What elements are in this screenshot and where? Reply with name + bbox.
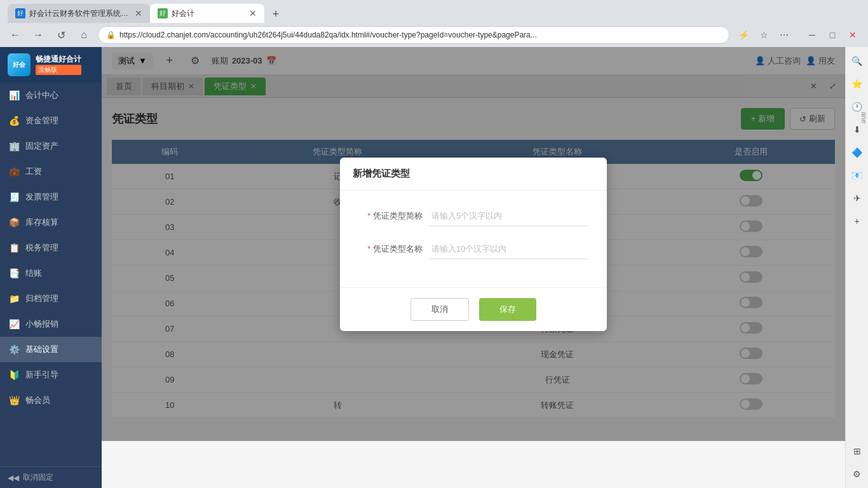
right-grid-button[interactable]: ⊞ — [848, 442, 866, 460]
sidebar-logo: 好会 畅捷通好合计 流畅版 — [0, 47, 102, 83]
tab-favicon-1: 好 — [15, 8, 25, 18]
right-star-button[interactable]: ⭐ — [848, 75, 866, 93]
logo-icon: 好会 — [8, 53, 31, 76]
collapse-sidebar-button[interactable]: ◀◀ 取消固定 — [8, 472, 94, 483]
url-text: https://cloud2.chanjet.com/accounting/uh… — [119, 30, 721, 39]
modal-footer: 取消 保存 — [340, 287, 607, 331]
home-button[interactable]: ⌂ — [75, 26, 93, 44]
browser-tab-2[interactable]: 好 好会计 ✕ — [150, 4, 264, 23]
sidebar-item-funds[interactable]: 💰 资金管理 — [0, 108, 102, 133]
sidebar-item-settings[interactable]: ⚙️ 基础设置 — [0, 337, 102, 362]
back-button[interactable]: ← — [6, 26, 24, 44]
settings-icon: ⚙️ — [8, 343, 20, 356]
right-send-button[interactable]: ✈ — [848, 189, 866, 207]
sidebar-item-invoice[interactable]: 🧾 发票管理 — [0, 184, 102, 210]
logo-text-container: 畅捷通好合计 流畅版 — [36, 55, 81, 75]
member-icon: 👑 — [8, 394, 20, 407]
minimize-button[interactable]: ─ — [803, 26, 821, 44]
collapse-label: 取消固定 — [23, 472, 53, 483]
form-row-abbr: * 凭证类型简称 — [359, 206, 588, 226]
settings-btn[interactable]: ⋯ — [775, 26, 793, 44]
sidebar-item-label: 基础设置 — [25, 344, 58, 355]
right-add-button[interactable]: + — [848, 212, 866, 230]
extensions-btn[interactable]: ⚡ — [735, 26, 752, 44]
new-tab-button[interactable]: + — [267, 5, 285, 23]
sidebar-item-label: 固定资产 — [25, 140, 58, 152]
guide-icon: 🔰 — [8, 369, 20, 381]
right-outlook-button[interactable]: 📧 — [848, 166, 866, 184]
sidebar-item-label: 归档管理 — [25, 293, 58, 304]
logo-badge: 流畅版 — [36, 65, 81, 75]
sidebar: 好会 畅捷通好合计 流畅版 📊 会计中心 💰 资金管理 🏢 固定资产 💼 — [0, 47, 102, 488]
abbr-required: * — [367, 211, 370, 220]
sidebar-item-label: 库存核算 — [25, 217, 58, 228]
modal-overlay: 新增凭证类型 * 凭证类型简称 * 凭证类型名称 取消 保存 — [102, 47, 845, 441]
browser-tab-1[interactable]: 好 好会计云财务软件管理系统_会计 ✕ — [8, 4, 150, 23]
sidebar-item-guide[interactable]: 🔰 新手引导 — [0, 362, 102, 388]
sidebar-item-member[interactable]: 👑 畅会员 — [0, 388, 102, 413]
add-voucher-type-modal: 新增凭证类型 * 凭证类型简称 * 凭证类型名称 取消 保存 — [340, 158, 607, 331]
abbr-label: * 凭证类型简称 — [359, 210, 429, 222]
sidebar-item-label: 小畅报销 — [25, 318, 58, 330]
tax-icon: 📋 — [8, 241, 20, 254]
tab-close-2[interactable]: ✕ — [249, 8, 257, 18]
funds-icon: 💰 — [8, 114, 20, 127]
sidebar-item-settlement[interactable]: 📑 结账 — [0, 261, 102, 286]
fixed-assets-icon: 🏢 — [8, 140, 20, 152]
right-sidebar: 🔍 ⭐ 🕐 ⬇ 🔷 📧 ✈ + ⊞ ⚙ ane — [845, 47, 868, 488]
browser-chrome: 好 好会计云财务软件管理系统_会计 ✕ 好 好会计 ✕ + ← → ↺ ⌂ 🔒 … — [0, 0, 868, 47]
name-input[interactable] — [429, 239, 588, 259]
address-input[interactable]: 🔒 https://cloud2.chanjet.com/accounting/… — [98, 26, 729, 44]
maximize-button[interactable]: □ — [824, 26, 841, 44]
tab-label-1: 好会计云财务软件管理系统_会计 — [29, 8, 131, 19]
sidebar-item-fixed-assets[interactable]: 🏢 固定资产 — [0, 133, 102, 159]
sidebar-item-tax[interactable]: 📋 税务管理 — [0, 235, 102, 261]
lock-icon: 🔒 — [106, 30, 116, 39]
modal-header: 新增凭证类型 — [340, 158, 607, 191]
modal-body: * 凭证类型简称 * 凭证类型名称 — [340, 191, 607, 287]
invoice-icon: 🧾 — [8, 191, 20, 203]
address-bar: ← → ↺ ⌂ 🔒 https://cloud2.chanjet.com/acc… — [0, 23, 868, 47]
reload-button[interactable]: ↺ — [52, 26, 70, 44]
right-search-button[interactable]: 🔍 — [848, 52, 866, 70]
name-label-text: 凭证类型名称 — [373, 244, 423, 254]
collapse-icon: ◀◀ — [8, 473, 19, 482]
sidebar-menu: 📊 会计中心 💰 资金管理 🏢 固定资产 💼 工资 🧾 发票管理 📦 库 — [0, 83, 102, 466]
inventory-icon: 📦 — [8, 216, 20, 229]
close-window-button[interactable]: ✕ — [844, 26, 862, 44]
tab-favicon-2: 好 — [158, 8, 168, 18]
sidebar-item-label: 会计中心 — [25, 90, 58, 101]
name-label: * 凭证类型名称 — [359, 243, 429, 255]
sidebar-item-label: 畅会员 — [25, 395, 50, 406]
abbr-input[interactable] — [429, 206, 588, 226]
logo-title: 畅捷通好合计 — [36, 55, 81, 65]
sidebar-bottom: ◀◀ 取消固定 — [0, 466, 102, 488]
name-required: * — [367, 244, 370, 254]
sidebar-label-ane: ane — [860, 112, 868, 123]
tab-bar: 好 好会计云财务软件管理系统_会计 ✕ 好 好会计 ✕ + — [0, 0, 868, 23]
sidebar-item-salary[interactable]: 💼 工资 — [0, 159, 102, 184]
sidebar-item-label: 工资 — [25, 166, 42, 177]
forward-button[interactable]: → — [29, 26, 47, 44]
sidebar-item-label: 税务管理 — [25, 242, 58, 254]
right-apps-button[interactable]: 🔷 — [848, 144, 866, 161]
settlement-icon: 📑 — [8, 267, 20, 280]
cancel-button[interactable]: 取消 — [410, 298, 469, 321]
modal-title: 新增凭证类型 — [353, 168, 410, 179]
sidebar-item-archive[interactable]: 📁 归档管理 — [0, 286, 102, 311]
abbr-label-text: 凭证类型简称 — [373, 211, 423, 220]
sidebar-item-inventory[interactable]: 📦 库存核算 — [0, 210, 102, 235]
form-row-name: * 凭证类型名称 — [359, 239, 588, 259]
report-icon: 📈 — [8, 318, 20, 330]
sidebar-item-report[interactable]: 📈 小畅报销 — [0, 311, 102, 337]
tab-close-1[interactable]: ✕ — [135, 8, 142, 18]
sidebar-item-label: 发票管理 — [25, 191, 58, 203]
salary-icon: 💼 — [8, 165, 20, 178]
browser-actions: ⚡ ☆ ⋯ — [735, 26, 793, 44]
tab-label-2: 好会计 — [172, 8, 194, 19]
right-gear-button[interactable]: ⚙ — [848, 465, 866, 483]
save-button[interactable]: 保存 — [479, 298, 536, 321]
favorites-btn[interactable]: ☆ — [755, 26, 773, 44]
archive-icon: 📁 — [8, 292, 20, 305]
sidebar-item-dashboard[interactable]: 📊 会计中心 — [0, 83, 102, 108]
